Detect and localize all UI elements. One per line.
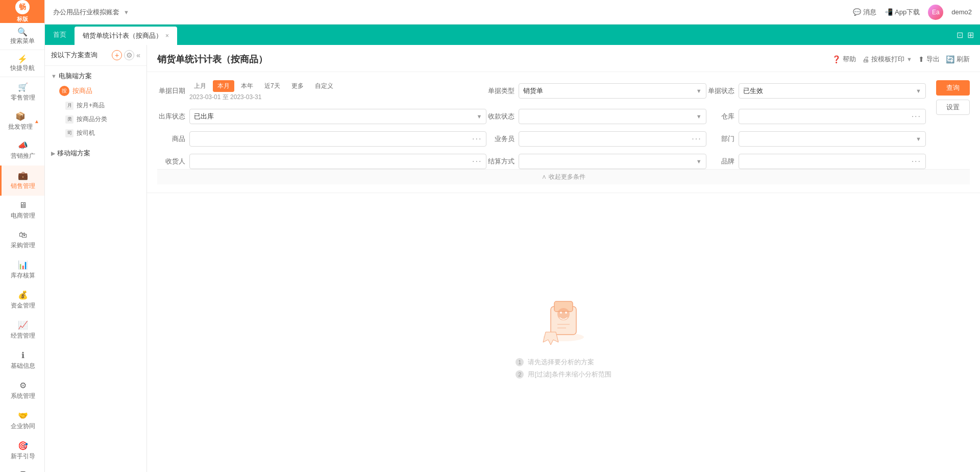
brand-select[interactable]: ··· <box>739 154 926 169</box>
sidebar-item-retail-label: 零售管理 <box>11 93 35 102</box>
user-avatar[interactable]: Ea <box>928 5 943 20</box>
tree-item-by-driver-label: 按司机 <box>77 129 95 137</box>
sidebar-item-ecommerce[interactable]: 🖥 电商管理 <box>0 196 44 225</box>
tree-item-by-category[interactable]: 类 按商品分类 <box>45 112 146 126</box>
payment-select[interactable]: ▼ <box>519 154 706 169</box>
sidebar-item-ecommerce-label: 电商管理 <box>11 211 35 220</box>
sidebar-item-purchase[interactable]: 🛍 采购管理 <box>0 225 44 255</box>
date-tab-7days[interactable]: 近7天 <box>260 80 285 92</box>
print-dropdown-icon[interactable]: ▼ <box>906 56 912 62</box>
help-icon: ❓ <box>832 55 841 63</box>
sidebar-item-wholesale-label: 批发管理 <box>8 123 33 131</box>
app-logo: 畅 标版 <box>0 0 44 23</box>
out-dropdown-arrow: ▼ <box>477 113 482 120</box>
sidebar-item-collab[interactable]: 🤝 企业协同 <box>0 406 44 436</box>
add-icon: + <box>115 51 119 59</box>
by-goods-icon: 按 <box>59 86 69 96</box>
collapse-row[interactable]: ∧ 收起更多条件 <box>157 169 970 184</box>
user-avatar-text: Ea <box>932 9 940 16</box>
sidebar-item-finance[interactable]: 💰 资金管理 <box>0 285 44 315</box>
message-action[interactable]: 💬 消息 <box>853 8 876 17</box>
date-tab-this-month[interactable]: 本月 <box>213 80 234 92</box>
quick-nav-label: 快捷导航 <box>3 64 42 73</box>
filter-out-status: 出库状态 已出库 ▼ <box>157 109 486 124</box>
out-label: 出库状态 <box>157 112 185 121</box>
refresh-action[interactable]: 🔄 刷新 <box>946 55 970 64</box>
tab-maximize-icon[interactable]: ⊞ <box>967 30 974 40</box>
date-range: 2023-03-01 至 2023-03-31 <box>189 93 338 102</box>
date-tab-more[interactable]: 更多 <box>287 80 308 92</box>
tab-expand-area: ⊡ ⊞ <box>950 30 980 40</box>
export-action[interactable]: ⬆ 导出 <box>918 55 940 64</box>
goods-dots: ··· <box>472 134 482 144</box>
query-btn-group: 查询 设置 <box>926 80 970 115</box>
sidebar-item-retail[interactable]: 🛒 零售管理 <box>0 77 44 107</box>
filter-date: 单据日期 上月 本月 本年 近7天 更多 <box>157 80 486 102</box>
tab-close-icon[interactable]: × <box>165 32 169 39</box>
empty-hint-2-text: 用[过滤]条件来缩小分析范围 <box>528 370 611 379</box>
tree-item-by-goods[interactable]: 按 按商品 <box>45 83 146 99</box>
top-header: 办公用品行业模拟账套 ▼ 💬 消息 📲 App下载 Ea demo2 <box>45 0 980 25</box>
salesman-select[interactable]: ··· <box>519 131 706 147</box>
warehouse-select[interactable]: ··· <box>739 109 926 124</box>
sidebar-item-wholesale[interactable]: 📦 批发管理 ▲ <box>0 107 44 135</box>
tab-active[interactable]: 销货单统计计表（按商品） × <box>75 27 177 45</box>
tree-expand-arrow: ▼ <box>51 73 57 79</box>
sales-icon: 💼 <box>18 171 28 180</box>
by-category-icon: 类 <box>65 115 74 124</box>
filters-main: 单据日期 上月 本月 本年 近7天 更多 <box>157 80 926 169</box>
template-print-action[interactable]: 🖨 按模板打印 ▼ <box>862 55 912 64</box>
filter-warehouse: 仓库 ··· <box>706 109 926 124</box>
type-select[interactable]: 销货单 ▼ <box>519 83 706 99</box>
salesman-label: 业务员 <box>486 134 514 144</box>
workspace-dropdown-arrow[interactable]: ▼ <box>124 9 129 15</box>
settings-scheme-btn[interactable]: ⚙ <box>124 50 134 60</box>
sidebar-item-inventory[interactable]: 📊 库存核算 <box>0 255 44 285</box>
collapse-panel-btn[interactable]: « <box>136 51 140 59</box>
collab-icon: 🤝 <box>18 411 28 420</box>
tree-group-pc-header[interactable]: ▼ 电脑端方案 <box>45 69 146 83</box>
status-select[interactable]: 已生效 ▼ <box>739 83 926 99</box>
date-tabs: 上月 本月 本年 近7天 更多 自定义 <box>189 80 338 92</box>
tab-minimize-icon[interactable]: ⊡ <box>957 30 963 40</box>
guide-icon: 🎯 <box>18 441 28 451</box>
basic-icon: ℹ <box>21 350 24 360</box>
date-tab-custom[interactable]: 自定义 <box>310 80 338 92</box>
tree-item-by-month-goods[interactable]: 月 按月+商品 <box>45 99 146 112</box>
pay-select[interactable]: ▼ <box>519 109 706 124</box>
add-scheme-btn[interactable]: + <box>112 50 122 60</box>
out-select[interactable]: 已出库 ▼ <box>189 109 486 124</box>
date-tab-last-month[interactable]: 上月 <box>189 80 211 92</box>
sidebar-item-basic[interactable]: ℹ 基础信息 <box>0 345 44 375</box>
tab-home[interactable]: 首页 <box>45 25 75 45</box>
workspace-area: 办公用品行业模拟账套 ▼ <box>53 8 129 17</box>
operation-icon: 📈 <box>18 320 28 330</box>
export-icon: ⬆ <box>918 55 924 63</box>
sidebar-item-operation[interactable]: 📈 经营管理 <box>0 315 44 345</box>
quick-nav[interactable]: ⚡ 快捷导航 <box>0 50 44 77</box>
sidebar-item-system[interactable]: ⚙ 系统管理 <box>0 375 44 406</box>
date-tab-this-year[interactable]: 本年 <box>236 80 258 92</box>
page-title-area: 销货单统计计表（按商品） ❓ 帮助 🖨 按模板打印 ▼ ⬆ 导出 <box>147 45 980 72</box>
main-area: 办公用品行业模拟账套 ▼ 💬 消息 📲 App下载 Ea demo2 首页 销货… <box>45 0 980 472</box>
sidebar-item-sales[interactable]: 💼 销售管理 <box>0 166 44 196</box>
dept-select[interactable]: ▼ <box>739 131 926 147</box>
sidebar-item-sales-label: 销售管理 <box>11 182 35 191</box>
help-action[interactable]: ❓ 帮助 <box>832 55 856 64</box>
filter-goods: 商品 ··· <box>157 131 486 147</box>
tree-item-by-driver[interactable]: 司 按司机 <box>45 126 146 140</box>
app-download-action[interactable]: 📲 App下载 <box>885 8 920 17</box>
tree-group-mobile-header[interactable]: ▶ 移动端方案 <box>45 146 146 160</box>
query-button[interactable]: 查询 <box>936 80 970 96</box>
sidebar-item-guide[interactable]: 🎯 新手引导 <box>0 436 44 466</box>
collapse-label: ∧ 收起更多条件 <box>542 173 585 181</box>
dept-dropdown-arrow: ▼ <box>916 136 921 142</box>
receiver-select[interactable]: ··· <box>189 154 486 169</box>
search-menu[interactable]: 🔍 搜索菜单 <box>0 23 44 50</box>
settings-button[interactable]: 设置 <box>936 100 970 115</box>
receiver-dots: ··· <box>472 157 482 166</box>
goods-select[interactable]: ··· <box>189 131 486 147</box>
sidebar-item-apps[interactable]: 📱 应用中心 <box>0 466 44 472</box>
type-label: 单据类型 <box>486 86 514 96</box>
sidebar-item-marketing[interactable]: 📣 营销推广 <box>0 135 44 166</box>
